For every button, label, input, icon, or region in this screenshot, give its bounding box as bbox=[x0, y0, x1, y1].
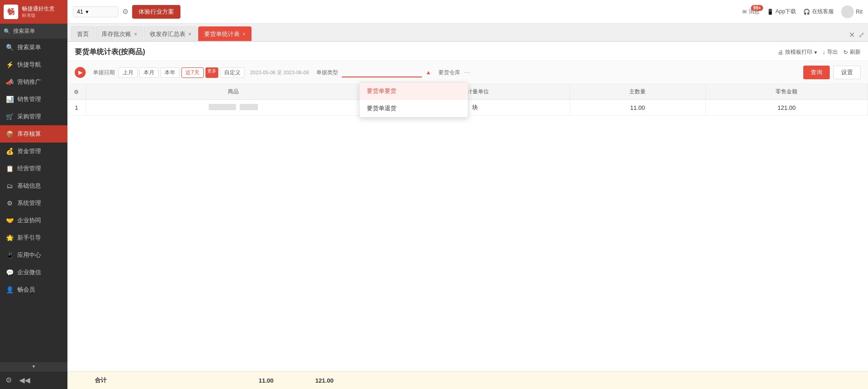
marketing-icon: 📣 bbox=[5, 78, 14, 86]
date-btn-this-year[interactable]: 本年 bbox=[160, 67, 180, 78]
sidebar-item-search[interactable]: 🔍 搜索菜单 bbox=[0, 39, 67, 56]
more-dates-badge[interactable]: 更多 bbox=[205, 67, 218, 78]
sidebar-item-wechat[interactable]: 💬 企业微信 bbox=[0, 264, 67, 281]
sidebar-item-member[interactable]: 👤 畅会员 bbox=[0, 281, 67, 298]
company-selector[interactable]: 41 ▾ bbox=[73, 6, 118, 17]
sidebar-item-label-purchase: 采购管理 bbox=[17, 113, 41, 121]
tab-home[interactable]: 首页 bbox=[71, 26, 95, 41]
sidebar-item-shortcut[interactable]: ⚡ 快捷导航 bbox=[0, 56, 67, 73]
messages-badge: 99+ bbox=[751, 5, 763, 11]
scroll-down-btn[interactable]: ▼ bbox=[0, 362, 67, 371]
tab-requisition-stats-close[interactable]: × bbox=[242, 31, 246, 37]
settings-icon[interactable]: ⚙ bbox=[5, 376, 12, 384]
user-avatar[interactable]: Rit bbox=[841, 5, 863, 18]
print-btn[interactable]: 🖨 按模板打印 ▾ bbox=[778, 48, 817, 56]
td-goods bbox=[86, 100, 380, 116]
filter-actions: 查询 设置 bbox=[803, 66, 861, 79]
query-btn[interactable]: 查询 bbox=[803, 66, 830, 79]
sidebar-search[interactable]: 🔍 搜索菜单 bbox=[0, 24, 67, 39]
finance-icon: 💰 bbox=[5, 147, 14, 155]
sidebar-item-inventory[interactable]: 📦 库存核算 bbox=[0, 125, 67, 143]
close-all-tabs-btn[interactable]: ✕ bbox=[849, 31, 855, 39]
filter-settings-btn[interactable]: 设置 bbox=[833, 66, 861, 79]
type-dropdown: 要货单要货 要货单退货 bbox=[359, 82, 468, 118]
sidebar-item-enterprise[interactable]: 🤝 企业协同 bbox=[0, 212, 67, 229]
sidebar-item-apps[interactable]: 📱 应用中心 bbox=[0, 246, 67, 264]
collapse-icon[interactable]: ◀◀ bbox=[19, 376, 30, 384]
sidebar-item-operations[interactable]: 📋 经营管理 bbox=[0, 160, 67, 177]
footer-amount: 121.00 bbox=[297, 377, 352, 384]
refresh-btn[interactable]: ↻ 刷新 bbox=[843, 48, 861, 56]
sidebar: 畅 畅捷通好生意 标准版 🔍 搜索菜单 🔍 搜索菜单 ⚡ 快捷导航 📣 营销推广… bbox=[0, 0, 67, 389]
maximize-tab-btn[interactable]: ⤢ bbox=[858, 31, 864, 39]
member-icon: 👤 bbox=[5, 286, 14, 294]
footer-quantity: 11.00 bbox=[239, 377, 293, 384]
sidebar-item-sales[interactable]: 📊 销售管理 bbox=[0, 91, 67, 108]
sidebar-item-marketing[interactable]: 📣 营销推广 bbox=[0, 73, 67, 91]
table-area: ⚙ 商品 主计量单位 主数量 零售金额 1 块 bbox=[67, 84, 868, 371]
app-download-btn[interactable]: 📱 App下载 bbox=[767, 8, 796, 15]
date-btn-last-month[interactable]: 上月 bbox=[118, 67, 138, 78]
date-btn-custom[interactable]: 自定义 bbox=[220, 67, 245, 78]
sidebar-item-system[interactable]: ⚙ 系统管理 bbox=[0, 194, 67, 212]
export-icon: ↓ bbox=[822, 49, 825, 56]
tab-inventory-batch[interactable]: 库存批次账 × bbox=[96, 26, 143, 41]
dropdown-item-requisition-order[interactable]: 要货单要货 bbox=[360, 82, 468, 100]
operations-icon: 📋 bbox=[5, 164, 14, 173]
tabs-bar-right: ✕ ⤢ bbox=[849, 31, 864, 41]
type-filter-input[interactable] bbox=[342, 68, 422, 77]
sidebar-item-basic[interactable]: 🗂 基础信息 bbox=[0, 177, 67, 194]
topbar-gear-icon[interactable]: ⚙ bbox=[122, 7, 128, 16]
warehouse-filter-group: 要货仓库 ··· bbox=[438, 68, 470, 77]
sidebar-item-label-shortcut: 快捷导航 bbox=[17, 61, 41, 69]
sidebar-item-label-member: 畅会员 bbox=[17, 286, 35, 294]
phone-icon: 📱 bbox=[767, 9, 774, 15]
th-settings[interactable]: ⚙ bbox=[67, 84, 86, 100]
sidebar-item-label-enterprise: 企业协同 bbox=[17, 216, 41, 225]
tab-receive-summary-close[interactable]: × bbox=[188, 31, 191, 37]
tab-inventory-batch-close[interactable]: × bbox=[134, 31, 137, 37]
dropdown-item-requisition-return[interactable]: 要货单退货 bbox=[360, 100, 468, 117]
type-filter-group: 单据类型 ▲ bbox=[316, 68, 431, 77]
sidebar-item-guide[interactable]: 🌟 新手引导 bbox=[0, 229, 67, 246]
page-title: 要货单统计表(按商品) bbox=[75, 47, 145, 57]
messages-btn[interactable]: ✉ 消息 99+ bbox=[742, 8, 760, 15]
topbar-right: ✉ 消息 99+ 📱 App下载 🎧 在线客服 Rit bbox=[742, 5, 863, 18]
basic-icon: 🗂 bbox=[5, 182, 14, 190]
search-label: 搜索菜单 bbox=[13, 27, 35, 35]
date-range-display: 2023-05-06 至 2023-06-06 bbox=[250, 69, 309, 76]
date-btn-7days[interactable]: 近7天 bbox=[181, 67, 204, 78]
topbar: 41 ▾ ⚙ 体验行业方案 ✉ 消息 99+ 📱 App下载 🎧 在线客服 R bbox=[67, 0, 868, 24]
print-chevron-icon: ▾ bbox=[814, 49, 817, 56]
industry-btn[interactable]: 体验行业方案 bbox=[132, 5, 180, 19]
sidebar-item-purchase[interactable]: 🛒 采购管理 bbox=[0, 108, 67, 125]
shortcut-icon: ⚡ bbox=[5, 61, 14, 69]
tab-requisition-stats-label: 要货单统计表 bbox=[204, 30, 240, 38]
tab-receive-summary-label: 收发存汇总表 bbox=[150, 30, 185, 38]
date-btn-this-month[interactable]: 本月 bbox=[139, 67, 159, 78]
wechat-icon: 💬 bbox=[5, 268, 14, 276]
refresh-label: 刷新 bbox=[850, 48, 861, 56]
type-filter-chevron-icon[interactable]: ▲ bbox=[426, 69, 431, 76]
online-service-btn[interactable]: 🎧 在线客服 bbox=[803, 8, 834, 15]
search-icon: 🔍 bbox=[5, 43, 14, 51]
dropdown-item-requisition-order-label: 要货单要货 bbox=[367, 87, 396, 94]
sidebar-item-finance[interactable]: 💰 资金管理 bbox=[0, 143, 67, 160]
tab-requisition-stats[interactable]: 要货单统计表 × bbox=[198, 26, 252, 41]
type-filter-label: 单据类型 bbox=[316, 69, 338, 77]
system-icon: ⚙ bbox=[5, 199, 14, 207]
sidebar-item-label-search: 搜索菜单 bbox=[17, 43, 41, 51]
td-index: 1 bbox=[67, 100, 86, 116]
export-btn[interactable]: ↓ 导出 bbox=[822, 48, 838, 56]
date-filter-label: 单据日期 bbox=[93, 69, 115, 77]
td-amount: 121.00 bbox=[705, 100, 868, 116]
tabs-bar: 首页 库存批次账 × 收发存汇总表 × 要货单统计表 × ✕ ⤢ bbox=[67, 24, 868, 42]
warehouse-filter-dots[interactable]: ··· bbox=[464, 68, 470, 77]
sidebar-item-label-system: 系统管理 bbox=[17, 199, 41, 207]
tab-receive-summary[interactable]: 收发存汇总表 × bbox=[144, 26, 197, 41]
sidebar-item-label-inventory: 库存核算 bbox=[17, 130, 41, 138]
enterprise-icon: 🤝 bbox=[5, 216, 14, 225]
print-label: 按模板打印 bbox=[785, 48, 812, 56]
print-icon: 🖨 bbox=[778, 49, 783, 56]
filter-expand-btn[interactable]: ▶ bbox=[75, 67, 86, 78]
